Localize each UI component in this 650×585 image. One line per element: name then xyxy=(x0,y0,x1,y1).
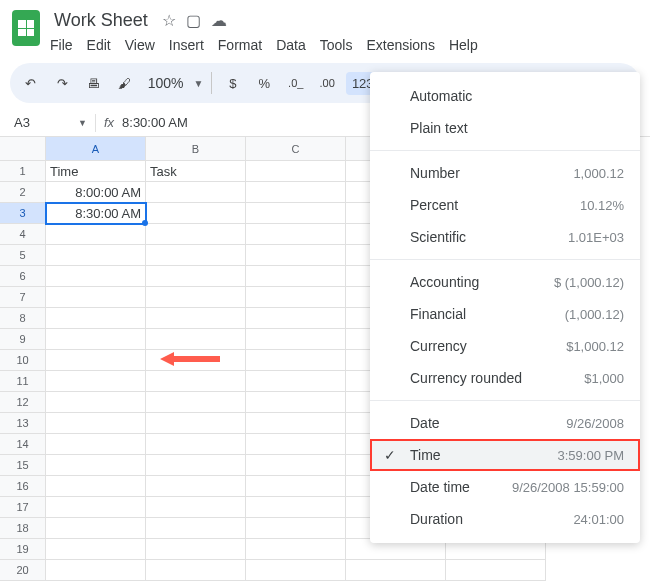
cell[interactable] xyxy=(246,182,346,203)
cell[interactable] xyxy=(246,392,346,413)
decrease-decimal-button[interactable]: .0_ xyxy=(283,69,308,97)
dropdown-icon[interactable]: ▼ xyxy=(193,78,203,89)
cell[interactable] xyxy=(146,245,246,266)
format-option-automatic[interactable]: Automatic xyxy=(370,80,640,112)
cell[interactable] xyxy=(46,518,146,539)
cell[interactable] xyxy=(146,329,246,350)
format-option-date-time[interactable]: Date time9/26/2008 15:59:00 xyxy=(370,471,640,503)
row-header[interactable]: 11 xyxy=(0,371,46,392)
cell[interactable] xyxy=(246,518,346,539)
cell[interactable] xyxy=(146,203,246,224)
cell[interactable] xyxy=(146,413,246,434)
cell[interactable] xyxy=(246,434,346,455)
row-header[interactable]: 17 xyxy=(0,497,46,518)
cell[interactable] xyxy=(46,245,146,266)
column-header[interactable]: B xyxy=(146,137,246,161)
row-header[interactable]: 13 xyxy=(0,413,46,434)
row-header[interactable]: 8 xyxy=(0,308,46,329)
cell[interactable] xyxy=(46,455,146,476)
menu-tools[interactable]: Tools xyxy=(320,37,353,53)
row-header[interactable]: 4 xyxy=(0,224,46,245)
cell[interactable] xyxy=(246,329,346,350)
document-title[interactable]: Work Sheet xyxy=(50,8,152,33)
format-option-duration[interactable]: Duration24:01:00 xyxy=(370,503,640,535)
select-all-corner[interactable] xyxy=(0,137,46,161)
cell[interactable] xyxy=(246,497,346,518)
cell[interactable] xyxy=(446,560,546,581)
menu-edit[interactable]: Edit xyxy=(87,37,111,53)
zoom-select[interactable]: 100% xyxy=(144,75,188,91)
cell[interactable] xyxy=(246,476,346,497)
cell[interactable] xyxy=(246,308,346,329)
format-option-number[interactable]: Number1,000.12 xyxy=(370,157,640,189)
cell[interactable] xyxy=(46,539,146,560)
cell[interactable] xyxy=(246,539,346,560)
cell[interactable] xyxy=(146,371,246,392)
column-header[interactable]: A xyxy=(46,137,146,161)
row-header[interactable]: 14 xyxy=(0,434,46,455)
cell[interactable] xyxy=(246,350,346,371)
cell[interactable] xyxy=(146,266,246,287)
cell[interactable] xyxy=(46,350,146,371)
cell[interactable] xyxy=(46,371,146,392)
format-option-date[interactable]: Date9/26/2008 xyxy=(370,407,640,439)
row-header[interactable]: 1 xyxy=(0,161,46,182)
menu-insert[interactable]: Insert xyxy=(169,37,204,53)
cell[interactable] xyxy=(146,539,246,560)
format-option-financial[interactable]: Financial(1,000.12) xyxy=(370,298,640,330)
star-icon[interactable]: ☆ xyxy=(162,11,176,30)
cell[interactable] xyxy=(146,434,246,455)
cloud-icon[interactable]: ☁ xyxy=(211,11,227,30)
redo-button[interactable]: ↷ xyxy=(49,69,74,97)
row-header[interactable]: 19 xyxy=(0,539,46,560)
cell[interactable] xyxy=(46,308,146,329)
cell[interactable] xyxy=(146,308,246,329)
currency-button[interactable]: $ xyxy=(220,69,245,97)
cell[interactable] xyxy=(246,266,346,287)
cell[interactable] xyxy=(146,476,246,497)
cell[interactable] xyxy=(246,371,346,392)
cell[interactable] xyxy=(246,245,346,266)
cell[interactable] xyxy=(46,413,146,434)
row-header[interactable]: 2 xyxy=(0,182,46,203)
row-header[interactable]: 9 xyxy=(0,329,46,350)
cell[interactable] xyxy=(146,497,246,518)
row-header[interactable]: 15 xyxy=(0,455,46,476)
cell[interactable] xyxy=(146,560,246,581)
cell[interactable] xyxy=(146,224,246,245)
cell[interactable] xyxy=(46,329,146,350)
cell[interactable] xyxy=(146,518,246,539)
row-header[interactable]: 20 xyxy=(0,560,46,581)
cell[interactable] xyxy=(146,392,246,413)
format-option-plain-text[interactable]: Plain text xyxy=(370,112,640,144)
cell[interactable]: 8:30:00 AM xyxy=(46,203,146,224)
menu-help[interactable]: Help xyxy=(449,37,478,53)
format-option-accounting[interactable]: Accounting$ (1,000.12) xyxy=(370,266,640,298)
cell[interactable] xyxy=(46,476,146,497)
row-header[interactable]: 12 xyxy=(0,392,46,413)
cell[interactable] xyxy=(246,287,346,308)
percent-button[interactable]: % xyxy=(252,69,277,97)
cell[interactable] xyxy=(146,287,246,308)
paint-format-button[interactable]: 🖌 xyxy=(112,69,137,97)
undo-button[interactable]: ↶ xyxy=(18,69,43,97)
cell[interactable] xyxy=(246,560,346,581)
cell[interactable] xyxy=(146,182,246,203)
row-header[interactable]: 7 xyxy=(0,287,46,308)
row-header[interactable]: 5 xyxy=(0,245,46,266)
menu-data[interactable]: Data xyxy=(276,37,306,53)
column-header[interactable]: C xyxy=(246,137,346,161)
cell[interactable] xyxy=(46,266,146,287)
name-box[interactable]: A3 xyxy=(10,113,70,132)
move-icon[interactable]: ▢ xyxy=(186,11,201,30)
cell[interactable] xyxy=(46,224,146,245)
cell[interactable] xyxy=(246,203,346,224)
cell[interactable] xyxy=(46,560,146,581)
menu-view[interactable]: View xyxy=(125,37,155,53)
row-header[interactable]: 16 xyxy=(0,476,46,497)
cell[interactable] xyxy=(246,161,346,182)
format-option-currency[interactable]: Currency$1,000.12 xyxy=(370,330,640,362)
menu-extensions[interactable]: Extensions xyxy=(366,37,434,53)
row-header[interactable]: 10 xyxy=(0,350,46,371)
row-header[interactable]: 18 xyxy=(0,518,46,539)
